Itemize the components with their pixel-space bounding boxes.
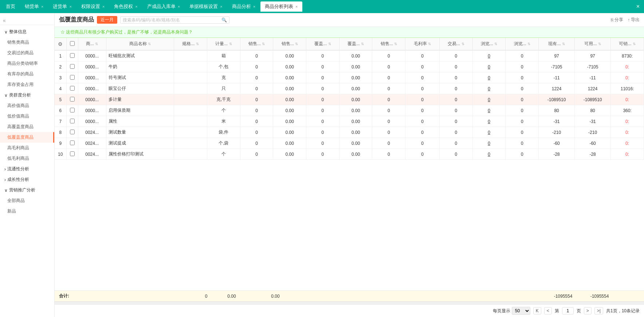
nav-tab-purchase[interactable]: 进货单 × — [48, 1, 76, 12]
row-view1[interactable]: 0 — [472, 138, 506, 149]
sidebar-item-sales-goods[interactable]: 销售类商品 — [0, 37, 54, 48]
row-view1[interactable]: 0 — [472, 83, 506, 94]
row-checkbox[interactable] — [66, 105, 78, 116]
sidebar-item-new-goods[interactable]: 新品 — [0, 206, 54, 217]
row-view1[interactable]: 0 — [472, 50, 506, 62]
horizontal-scrollbar[interactable] — [55, 301, 644, 304]
nav-tab-analysis-list[interactable]: 商品分析列表 × — [260, 1, 302, 12]
col-current-qty[interactable]: 现有... ⇅ — [539, 38, 575, 50]
nav-tab-purchase-close[interactable]: × — [69, 4, 71, 9]
row-checkbox[interactable] — [66, 50, 78, 62]
row-checkbox[interactable] — [66, 62, 78, 72]
last-page-button[interactable]: >| — [594, 307, 603, 314]
sidebar-item-all-goods[interactable]: 全部商品 — [0, 195, 54, 206]
nav-tab-home[interactable]: 首页 — [1, 1, 20, 12]
first-page-button[interactable]: K — [533, 307, 541, 314]
sidebar-item-low-value[interactable]: 低价值商品 — [0, 111, 54, 122]
nav-tab-perm[interactable]: 权限设置 × — [77, 1, 109, 12]
col-sales-qty[interactable]: 销售... ⇅ — [240, 38, 273, 50]
sidebar-section-growth[interactable]: › 成长性分析 — [0, 174, 54, 185]
next-page-button[interactable]: > — [584, 307, 592, 314]
prev-page-button[interactable]: < — [544, 307, 552, 314]
sidebar-item-stock-goods[interactable]: 有库存的商品 — [0, 69, 54, 79]
nav-tab-role-close[interactable]: × — [135, 4, 137, 9]
search-icon[interactable]: 🔍 — [221, 17, 227, 23]
row-checkbox[interactable] — [66, 116, 78, 127]
search-box: 🔍 — [120, 16, 229, 24]
sidebar-section-marketing[interactable]: ∨ 营销推广分析 — [0, 185, 54, 195]
sidebar-section-overall[interactable]: ∨ 整体信息 — [0, 27, 54, 37]
col-checkbox[interactable] — [66, 38, 78, 50]
col-view2[interactable]: 浏览... ⇅ — [506, 38, 539, 50]
nav-tab-analysis[interactable]: 商品分析 × — [228, 1, 260, 12]
sidebar-item-high-coverage[interactable]: 高覆盖度商品 — [0, 122, 54, 132]
row-checkbox[interactable] — [66, 149, 78, 160]
row-spec — [174, 116, 207, 127]
sidebar-item-capital[interactable]: 库存资金占用 — [0, 79, 54, 90]
sidebar-section-flow[interactable]: › 流通性分析 — [0, 164, 54, 174]
row-checkbox[interactable] — [66, 138, 78, 149]
col-profit-rate[interactable]: 毛利率 ⇅ — [405, 38, 440, 50]
col-spec[interactable]: 规格... ⇅ — [174, 38, 207, 50]
table-row: 50000...多计量克,千克00.0000.0000000-1089510-1… — [55, 94, 644, 105]
col-sellable[interactable]: 可销... ⇅ — [611, 38, 644, 50]
sidebar-toggle-button[interactable]: « — [3, 17, 6, 23]
col-sales-amount[interactable]: 销售... ⇅ — [273, 38, 306, 50]
col-cover2[interactable]: 覆盖... ⇅ — [339, 38, 372, 50]
current-page-input[interactable] — [562, 307, 574, 314]
row-cover2: 0.00 — [339, 72, 372, 83]
col-sales3[interactable]: 销售... ⇅ — [372, 38, 405, 50]
row-view1[interactable]: 0 — [472, 62, 506, 72]
row-checkbox[interactable] — [66, 94, 78, 105]
export-button[interactable]: ↑ 导出 — [628, 17, 640, 23]
sidebar-item-traded-goods[interactable]: 交易过的商品 — [0, 48, 54, 58]
row-view1[interactable]: 0 — [472, 149, 506, 160]
row-cover2: 0.00 — [339, 149, 372, 160]
nav-tab-role[interactable]: 角色授权 × — [110, 1, 142, 12]
row-checkbox[interactable] — [66, 127, 78, 138]
select-all-checkbox[interactable] — [70, 41, 75, 46]
row-view1[interactable]: 0 — [472, 116, 506, 127]
nav-tab-inventory-close[interactable]: × — [178, 4, 180, 9]
row-view1[interactable]: 0 — [472, 127, 506, 138]
row-checkbox[interactable] — [66, 72, 78, 83]
col-code[interactable]: 商... ⇅ — [78, 38, 106, 50]
period-button[interactable]: 近一月 — [97, 16, 117, 24]
col-view1[interactable]: 浏览... ⇅ — [472, 38, 506, 50]
per-page-select[interactable]: 20 50 100 — [512, 307, 530, 315]
nav-tab-analysis-list-close[interactable]: × — [295, 4, 298, 9]
sidebar-item-high-profit[interactable]: 高毛利商品 — [0, 143, 54, 153]
sidebar-section-cluster[interactable]: ∨ 类群度分析 — [0, 90, 54, 100]
row-code: 0000... — [78, 94, 106, 105]
col-trade[interactable]: 交易... ⇅ — [439, 38, 472, 50]
col-name[interactable]: 商品名称 ⇅ — [106, 38, 174, 50]
nav-tab-inventory[interactable]: 产成品入库单 × — [143, 1, 184, 12]
sidebar-item-low-profit[interactable]: 低毛利商品 — [0, 153, 54, 164]
row-view2: 0 — [506, 105, 539, 116]
sidebar-item-low-coverage[interactable]: 低覆盖度商品 — [0, 132, 54, 143]
col-gear[interactable]: ⚙ — [55, 38, 66, 50]
sidebar-item-category-rate[interactable]: 商品分类动销率 — [0, 58, 54, 69]
row-view1[interactable]: 0 — [472, 105, 506, 116]
row-view1[interactable]: 0 — [472, 72, 506, 83]
nav-tab-sales-close[interactable]: × — [41, 4, 43, 9]
nav-tab-sales[interactable]: 销货单 × — [20, 1, 48, 12]
sidebar: « ∨ 整体信息 销售类商品 交易过的商品 商品分类动销率 有库存的商品 库存资… — [0, 13, 55, 317]
gear-icon[interactable]: ⚙ — [58, 41, 63, 47]
col-cover1[interactable]: 覆盖... ⇅ — [306, 38, 339, 50]
sidebar-section-flow-label: 流通性分析 — [7, 166, 29, 172]
row-view1[interactable]: 0 — [472, 94, 506, 105]
nav-tab-template-close[interactable]: × — [220, 4, 222, 9]
nav-tab-template[interactable]: 单据模板设置 × — [185, 1, 227, 12]
nav-tab-perm-close[interactable]: × — [102, 4, 105, 9]
share-button[interactable]: ⎘ 分享 — [611, 17, 623, 23]
nav-tab-analysis-close[interactable]: × — [253, 4, 255, 9]
search-input[interactable] — [123, 17, 220, 23]
nav-close-all-button[interactable]: × — [633, 3, 643, 10]
row-available-qty: -60 — [575, 138, 611, 149]
row-checkbox[interactable] — [66, 83, 78, 94]
row-cover1: 0 — [306, 72, 339, 83]
col-unit[interactable]: 计量... ⇅ — [207, 38, 240, 50]
col-available-qty[interactable]: 可用... ⇅ — [575, 38, 611, 50]
sidebar-item-high-value[interactable]: 高价值商品 — [0, 100, 54, 111]
